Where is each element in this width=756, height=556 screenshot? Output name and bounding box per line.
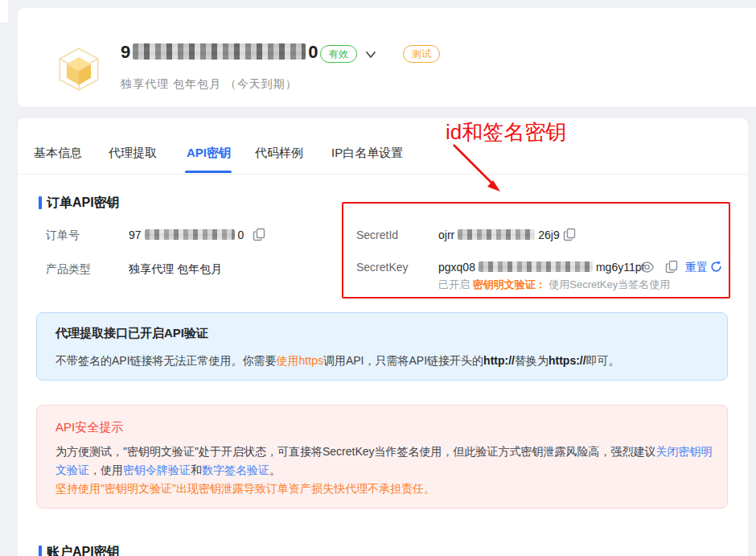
plaintext-verification-note: 已开启 密钥明文验证： 使用SecretKey当签名使用 [438, 278, 670, 292]
copy-icon[interactable] [665, 260, 679, 274]
section-title-account-api-key: 账户API密钥 [47, 544, 120, 556]
info-box-title: 代理提取接口已开启API验证 [55, 326, 208, 341]
reset-key-button[interactable]: 重置 [685, 259, 720, 275]
status-badge-valid: 有效 [320, 45, 357, 63]
tabs-divider [18, 174, 748, 175]
note-highlight: 密钥明文验证： [473, 278, 546, 290]
order-no-label: 订单号 [46, 229, 80, 243]
product-cube-icon [56, 47, 101, 92]
env-badge-test: 测试 [403, 45, 440, 63]
info-body-2: 调用API，只需将API链接开头的 [323, 354, 483, 367]
api-security-warning-box: API安全提示 为方便测试，"密钥明文验证"处于开启状态，可直接将SecretK… [36, 405, 728, 509]
order-subtitle: 独享代理 包年包月 （今天到期） [121, 77, 298, 92]
warning-text-1: 为方便测试，"密钥明文验证"处于开启状态，可直接将SecretKey当作签名使用… [55, 445, 656, 458]
warning-text-2: ，使用 [89, 463, 123, 476]
secret-key-label: SecretKey [356, 261, 409, 274]
order-summary-card: 90 有效 测试 独享代理 包年包月 （今天到期） [18, 8, 756, 107]
product-type-value: 独享代理 包年包月 [129, 262, 222, 277]
order-number-redacted [133, 43, 306, 60]
order-no-prefix: 97 [129, 229, 142, 241]
copy-icon[interactable] [563, 228, 577, 241]
note-prefix: 已开启 [438, 278, 473, 290]
tab-basic-info[interactable]: 基本信息 [34, 146, 82, 161]
warning-box-title: API安全提示 [55, 420, 123, 435]
chevron-down-icon[interactable] [364, 48, 378, 61]
annotation-arrow-icon [442, 142, 516, 200]
app-page: 90 有效 测试 独享代理 包年包月 （今天到期） 基本信息 代理提取 API密… [0, 0, 756, 556]
secret-key-redacted [479, 262, 593, 272]
tab-proxy-fetch[interactable]: 代理提取 [109, 146, 157, 161]
warning-line-1: 为方便测试，"密钥明文验证"处于开启状态，可直接将SecretKey当作签名使用… [55, 443, 721, 480]
refresh-icon [710, 261, 722, 273]
order-no-suffix: 0 [238, 229, 244, 241]
warning-text-3: 和 [191, 463, 202, 476]
copy-icon[interactable] [253, 228, 266, 241]
secret-id-suffix: 26j9 [538, 229, 559, 241]
order-no-value: 970 [129, 229, 244, 241]
info-box-body: 不带签名的API链接将无法正常使用。你需要使用https调用API，只需将API… [55, 352, 715, 369]
secret-key-prefix: pgxq08 [438, 261, 475, 274]
warning-text-4: 。 [269, 463, 281, 476]
tab-ip-whitelist[interactable]: IP白名单设置 [331, 146, 403, 161]
use-https-link[interactable]: 使用https [277, 354, 323, 367]
eye-icon[interactable] [639, 262, 655, 273]
secret-id-redacted [458, 229, 535, 240]
api-verification-info-box: 代理提取接口已开启API验证 不带签名的API链接将无法正常使用。你需要使用ht… [36, 312, 728, 381]
product-type-label: 产品类型 [46, 262, 91, 277]
reset-label: 重置 [685, 261, 708, 274]
info-body-4: 即可。 [586, 354, 620, 367]
info-body-1: 不带签名的API链接将无法正常使用。你需要 [55, 354, 277, 367]
note-suffix: 使用SecretKey当签名使用 [546, 278, 671, 290]
secret-key-value: pgxq08mg6y11pt [438, 261, 644, 274]
secret-id-value: ojrr26j9 [438, 229, 560, 241]
https-scheme-text: https:// [549, 354, 586, 367]
token-verification-link[interactable]: 密钥令牌验证 [123, 463, 191, 476]
active-tab-underline [185, 171, 232, 173]
info-body-3: 替换为 [515, 354, 549, 367]
order-number-prefix: 9 [121, 42, 130, 62]
secret-id-label: SecretId [356, 229, 398, 241]
secret-id-prefix: ojrr [438, 229, 454, 241]
signature-verification-link[interactable]: 数字签名验证 [202, 463, 269, 476]
secret-key-suffix: mg6y11pt [596, 261, 644, 274]
section-title-order-api-key: 订单API密钥 [47, 195, 120, 212]
order-number: 90 [121, 42, 318, 63]
tab-code-samples[interactable]: 代码样例 [255, 146, 303, 161]
http-scheme-text: http:// [483, 354, 515, 367]
order-no-redacted [145, 229, 235, 240]
section-bar [39, 546, 42, 556]
corner-notch [0, 0, 8, 23]
warning-box-body: 为方便测试，"密钥明文验证"处于开启状态，可直接将SecretKey当作签名使用… [55, 443, 721, 498]
order-number-suffix: 0 [308, 42, 318, 62]
tab-api-key[interactable]: API密钥 [187, 146, 231, 161]
warning-disclaimer: 坚持使用"密钥明文验证"出现密钥泄露导致订单资产损失快代理不承担责任。 [55, 480, 721, 498]
section-bar [39, 196, 42, 209]
